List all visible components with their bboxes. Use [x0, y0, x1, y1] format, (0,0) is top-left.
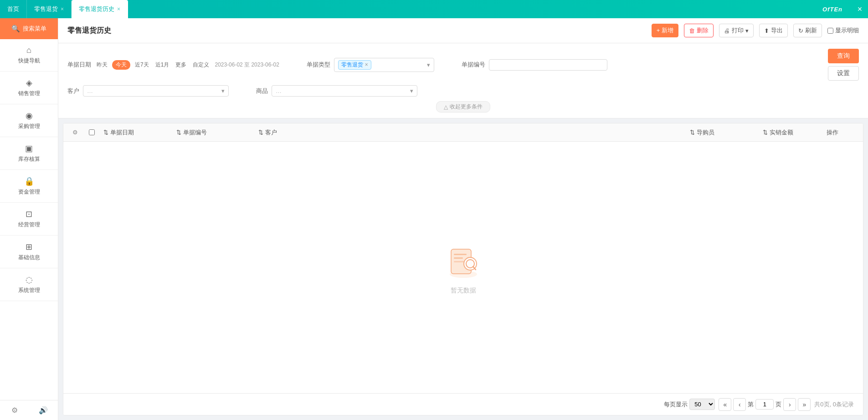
filter-row-1: 单据日期 昨天 今天 近7天 近1月 更多 自定义 2023-06-02 至 2…	[67, 49, 859, 81]
sidebar-search[interactable]: 🔍 搜索菜单	[0, 18, 58, 39]
sidebar-item-operations[interactable]: ⊡ 经营管理	[0, 203, 58, 236]
new-button[interactable]: + 新增	[652, 24, 678, 37]
sidebar-item-quick-nav-label: 快捷导航	[18, 57, 40, 65]
col-header-guide[interactable]: ⇅ 导购员	[686, 128, 759, 137]
top-bar-brand: OfTEn	[822, 6, 842, 13]
sidebar-volume-button[interactable]: 🔊	[29, 400, 58, 420]
doctype-tag-remove[interactable]: ×	[365, 61, 368, 68]
sidebar-search-label: 搜索菜单	[23, 25, 46, 33]
today-shortcut[interactable]: 今天	[112, 60, 130, 70]
page-size-select[interactable]: 20 50 100	[689, 399, 715, 410]
collapse-label: 收起更多条件	[450, 103, 483, 111]
tab-home[interactable]: 首页	[0, 0, 27, 18]
filter-row-2: 客户 … ▾ 商品 … ▾	[67, 85, 859, 97]
col-header-customer[interactable]: ⇅ 客户	[255, 128, 686, 137]
col-label-date: 单据日期	[110, 128, 134, 137]
sidebar-item-quick-nav[interactable]: ⌂ 快捷导航	[0, 39, 58, 72]
col-sort-guide-icon: ⇅	[690, 129, 695, 136]
goods-placeholder: …	[276, 87, 282, 94]
date-filter-group: 单据日期 昨天 今天 近7天 近1月 更多 自定义 2023-06-02 至 2…	[67, 60, 279, 70]
page-number-input[interactable]	[755, 399, 774, 410]
window-close-button[interactable]: ×	[852, 1, 868, 17]
delete-button-label: 删除	[697, 26, 709, 35]
print-icon: 🖨	[724, 27, 730, 34]
select-all-checkbox-col[interactable]	[83, 129, 100, 135]
col-label-guide: 导购员	[697, 128, 714, 137]
tab-retail-return-history[interactable]: 零售退货历史 ×	[72, 0, 128, 18]
sidebar-item-finance[interactable]: 🔒 资金管理	[0, 170, 58, 203]
col-header-date[interactable]: ⇅ 单据日期	[100, 128, 173, 137]
customer-arrow: ▾	[221, 87, 225, 94]
col-header-amount[interactable]: ⇅ 实销金额	[759, 128, 823, 137]
docno-label: 单据编号	[462, 61, 485, 69]
table-area: ⚙ ⇅ 单据日期 ⇅ 单据编号 ⇅ 客户 ⇅ 导购员	[63, 123, 863, 415]
svg-rect-4	[454, 261, 465, 262]
docno-input[interactable]	[489, 59, 607, 71]
sidebar-item-sales-mgmt[interactable]: ◈ 销售管理	[0, 72, 58, 104]
sidebar-item-purchase-mgmt[interactable]: ◉ 采购管理	[0, 104, 58, 137]
custom-shortcut[interactable]: 自定义	[191, 60, 211, 70]
finance-icon: 🔒	[24, 176, 34, 186]
filter-settings-button[interactable]: 设置	[828, 66, 859, 81]
inventory-icon: ▣	[25, 143, 33, 154]
yesterday-shortcut[interactable]: 昨天	[95, 60, 109, 70]
customer-label: 客户	[67, 87, 79, 95]
pagination: 每页显示 20 50 100 « ‹ 第 页 ›	[63, 393, 863, 415]
print-arrow: ▾	[745, 27, 749, 34]
refresh-button[interactable]: ↻ 刷新	[793, 24, 822, 37]
export-button[interactable]: ⬆ 导出	[759, 24, 788, 37]
delete-icon: 🗑	[689, 27, 695, 34]
goods-label: 商品	[256, 87, 268, 95]
date-label: 单据日期	[67, 61, 91, 69]
last-page-button[interactable]: »	[798, 398, 811, 411]
collapse-button[interactable]: △ 收起更多条件	[436, 101, 490, 113]
week-shortcut[interactable]: 近7天	[133, 60, 151, 70]
doctype-tag-value: 零售退货	[341, 61, 363, 69]
month-shortcut[interactable]: 近1月	[154, 60, 171, 70]
delete-button[interactable]: 🗑 删除	[684, 24, 714, 37]
doctype-select[interactable]: 零售退货 × ▾	[334, 58, 434, 72]
new-button-label: + 新增	[657, 26, 673, 35]
tab-home-label: 首页	[7, 5, 19, 13]
print-button[interactable]: 🖨 打印 ▾	[719, 24, 754, 37]
first-page-button[interactable]: «	[719, 398, 731, 411]
tab-retail-return-close[interactable]: ×	[61, 6, 64, 12]
prev-page-button[interactable]: ‹	[733, 398, 746, 411]
col-label-amount: 实销金额	[770, 128, 793, 137]
basic-info-icon: ⊞	[26, 242, 32, 252]
doctype-filter-group: 单据类型 零售退货 × ▾	[307, 58, 434, 72]
sidebar-item-inventory[interactable]: ▣ 库存核算	[0, 137, 58, 170]
select-all-checkbox[interactable]	[89, 129, 95, 135]
brand-text: OfTEn	[822, 6, 842, 13]
date-range-display: 2023-06-02 至 2023-06-02	[215, 61, 279, 69]
doctype-label: 单据类型	[307, 61, 330, 69]
tab-retail-return-history-close[interactable]: ×	[117, 6, 120, 12]
page-nav: « ‹ 第 页 › »	[719, 398, 811, 411]
column-settings-button[interactable]: ⚙	[67, 129, 83, 136]
docno-filter-group: 单据编号	[462, 59, 607, 71]
more-shortcut[interactable]: 更多	[174, 60, 188, 70]
query-button[interactable]: 查询	[828, 49, 859, 63]
col-label-no: 单据编号	[183, 128, 207, 137]
sidebar-item-operations-label: 经营管理	[18, 221, 40, 229]
col-sort-customer-icon: ⇅	[258, 129, 263, 136]
empty-text: 暂无数据	[451, 287, 476, 295]
show-detail-checkbox-label[interactable]: 显示明细	[827, 26, 859, 35]
goods-select[interactable]: … ▾	[272, 85, 417, 97]
sidebar-item-inventory-label: 库存核算	[18, 155, 40, 163]
col-sort-amount-icon: ⇅	[763, 129, 768, 136]
col-header-no[interactable]: ⇅ 单据编号	[173, 128, 255, 137]
show-detail-checkbox[interactable]	[827, 28, 833, 34]
search-icon: 🔍	[11, 25, 20, 33]
doctype-arrow: ▾	[427, 61, 430, 68]
sidebar-item-basic-info[interactable]: ⊞ 基础信息	[0, 236, 58, 268]
next-page-button[interactable]: ›	[783, 398, 796, 411]
tab-retail-return[interactable]: 零售退货 ×	[27, 0, 72, 18]
sidebar-item-system-mgmt[interactable]: ◌ 系统管理	[0, 268, 58, 301]
sidebar-settings-button[interactable]: ⚙	[0, 400, 29, 420]
toolbar: + 新增 🗑 删除 🖨 打印 ▾ ⬆ 导出 ↻ 刷新	[652, 24, 859, 37]
col-header-actions: 操作	[823, 128, 859, 137]
table-header: ⚙ ⇅ 单据日期 ⇅ 单据编号 ⇅ 客户 ⇅ 导购员	[63, 123, 863, 142]
sidebar-item-sales-label: 销售管理	[18, 90, 40, 97]
customer-select[interactable]: … ▾	[83, 85, 229, 97]
